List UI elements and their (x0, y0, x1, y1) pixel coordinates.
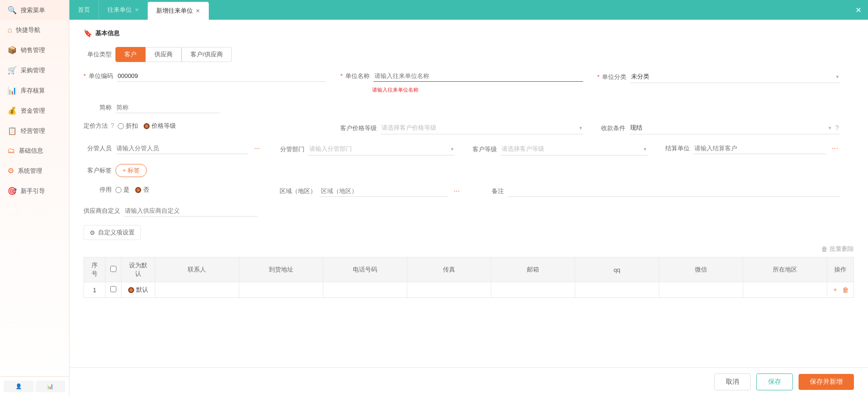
col-default: 设为默认 (122, 257, 155, 282)
save-new-button[interactable]: 保存并新增 (799, 374, 854, 390)
email-input[interactable] (496, 287, 570, 294)
tab-contacts[interactable]: 往来单位 ✕ (99, 0, 148, 20)
sidebar-item-guide[interactable]: 🎯 新手引导 (0, 181, 69, 201)
department-select[interactable]: 请输入分管部门 ▾ (308, 143, 455, 155)
col-checkbox (106, 257, 122, 282)
add-tag-btn[interactable]: + 标签 (115, 164, 147, 177)
fax-input[interactable] (412, 287, 486, 294)
unit-name-input[interactable] (373, 70, 583, 82)
unit-type-customer-btn[interactable]: 客户 (115, 47, 145, 62)
qq-input[interactable] (580, 287, 654, 294)
payment-terms-label: 收款条件 (597, 124, 625, 132)
col-qq: qq (575, 257, 659, 282)
wechat-input[interactable] (664, 287, 738, 294)
row-default-radio[interactable] (128, 287, 134, 293)
add-row-btn[interactable]: ＋ (832, 286, 838, 294)
col-location: 所在地区 (743, 257, 827, 282)
sidebar-item-inventory[interactable]: 📊 库存核算 (0, 80, 69, 101)
unit-type-field: 单位类型 客户 供应商 客户/供应商 (84, 47, 854, 62)
tab-bar-close-all[interactable]: ✕ (849, 0, 868, 20)
unit-category-select[interactable]: 未分类 ▾ (630, 70, 840, 83)
tab-new-contact-close[interactable]: ✕ (196, 8, 200, 14)
supplier-custom-label: 供应商自定义 (84, 207, 120, 215)
sidebar-item-purchase[interactable]: 🛒 采购管理 (0, 60, 69, 80)
unit-type-group: 客户 供应商 客户/供应商 (115, 47, 232, 62)
unit-type-both-btn[interactable]: 客户/供应商 (182, 47, 232, 62)
tab-contacts-close[interactable]: ✕ (135, 7, 139, 13)
chevron-down-icon: ▾ (836, 74, 839, 80)
sidebar-item-search[interactable]: 🔍 搜索菜单 (0, 0, 69, 20)
row-select-checkbox[interactable] (110, 286, 116, 292)
payment-terms-field: 收款条件 现结 ▾ ? (597, 122, 854, 134)
sidebar-item-basic-info[interactable]: 🗂 基础信息 (0, 141, 69, 161)
disabled-no-radio[interactable]: 否 (135, 186, 149, 194)
contacts-table: 序号 设为默认 联系人 到货地址 电话号码 传真 邮箱 qq 微信 所在地区 操… (84, 257, 854, 298)
row-action: ＋ 🗑 (827, 282, 853, 298)
sidebar-item-finance[interactable]: 💰 资金管理 (0, 101, 69, 121)
sidebar-item-label: 系统管理 (18, 167, 42, 175)
select-all-checkbox[interactable] (110, 266, 116, 272)
unit-type-supplier-btn[interactable]: 供应商 (145, 47, 182, 62)
sidebar-item-label: 搜索菜单 (21, 6, 45, 15)
tab-new-contact-label: 新增往来单位 (156, 7, 193, 15)
unit-category-value: 未分类 (631, 72, 834, 81)
pricing-radio-group: 折扣 价格等级 (118, 122, 176, 130)
sidebar-item-system[interactable]: ⚙ 系统管理 (0, 161, 69, 181)
unit-category-label: * 单位分类 (597, 73, 627, 81)
manager-more-btn[interactable]: ··· (252, 144, 262, 153)
sidebar-item-label: 销售管理 (21, 46, 45, 54)
sidebar-item-quick-nav[interactable]: ⌂ 快捷导航 (0, 20, 69, 40)
address-input[interactable] (244, 287, 318, 294)
manager-row: 分管人员 ··· 分管部门 请输入分管部门 ▾ 客户等级 请选择客户等级 ▾ 结… (84, 143, 854, 155)
sidebar-item-label: 基础信息 (19, 147, 43, 155)
pricing-discount-radio[interactable]: 折扣 (118, 122, 138, 130)
row-qq (575, 282, 659, 298)
row-fax (407, 282, 491, 298)
customer-price-level-select[interactable]: 请选择客户价格等级 ▾ (381, 122, 583, 134)
delete-row-btn[interactable]: 🗑 (842, 286, 849, 294)
abbr-input[interactable] (115, 102, 220, 113)
pricing-help-icon[interactable]: ? (111, 122, 114, 129)
supplier-custom-input[interactable] (124, 205, 257, 217)
row-default-radio-label[interactable]: 默认 (126, 286, 150, 294)
sidebar-footer: 👤 📊 (0, 376, 69, 396)
row-action-group: ＋ 🗑 (832, 286, 849, 294)
disabled-yes-radio[interactable]: 是 (115, 186, 129, 194)
pricing-level-radio[interactable]: 价格等级 (144, 122, 176, 130)
batch-delete-label[interactable]: 批量删除 (830, 245, 854, 253)
contact-input[interactable] (160, 287, 234, 294)
unit-code-input[interactable] (117, 70, 327, 82)
col-contact: 联系人 (155, 257, 239, 282)
basic-info-icon: 🗂 (8, 147, 15, 155)
sidebar-item-operations[interactable]: 📋 经营管理 (0, 121, 69, 141)
abbr-row: 简称 (84, 102, 854, 113)
phone-input[interactable] (328, 287, 402, 294)
abbr-field: 简称 (84, 102, 234, 113)
region-more-btn[interactable]: ··· (452, 187, 462, 195)
tab-new-contact[interactable]: 新增往来单位 ✕ (148, 2, 209, 20)
payment-help-icon[interactable]: ? (835, 124, 839, 132)
row-default: 默认 (122, 282, 155, 298)
customer-price-level-field: 客户价格等级 请选择客户价格等级 ▾ (340, 122, 597, 134)
unit-name-error: 请输入往来单位名称 (372, 86, 419, 93)
settlement-unit-input[interactable] (693, 143, 826, 154)
save-button[interactable]: 保存 (756, 373, 793, 390)
payment-terms-select[interactable]: 现结 ▾ ? (629, 122, 840, 134)
manager-input[interactable] (115, 143, 248, 154)
sidebar-stats-btn[interactable]: 📊 (36, 380, 66, 392)
sidebar-item-sales[interactable]: 📦 销售管理 (0, 40, 69, 60)
customer-level-select[interactable]: 请选择客户等级 ▾ (501, 143, 647, 155)
cancel-button[interactable]: 取消 (714, 373, 751, 390)
region-input[interactable] (320, 186, 448, 197)
remark-input[interactable] (508, 186, 840, 197)
tab-contacts-label: 往来单位 (107, 6, 132, 14)
settlement-unit-more-btn[interactable]: ··· (830, 144, 840, 153)
sidebar-user-btn[interactable]: 👤 (4, 380, 34, 392)
section-title: 🔖 基本信息 (84, 29, 854, 38)
trash-icon: 🗑 (821, 245, 828, 253)
custom-settings-btn[interactable]: ⚙ 自定义项设置 (84, 225, 141, 240)
col-email: 邮箱 (491, 257, 575, 282)
chevron-down-icon: ▾ (451, 146, 454, 152)
tab-home[interactable]: 首页 (69, 0, 99, 20)
location-input[interactable] (748, 287, 822, 294)
